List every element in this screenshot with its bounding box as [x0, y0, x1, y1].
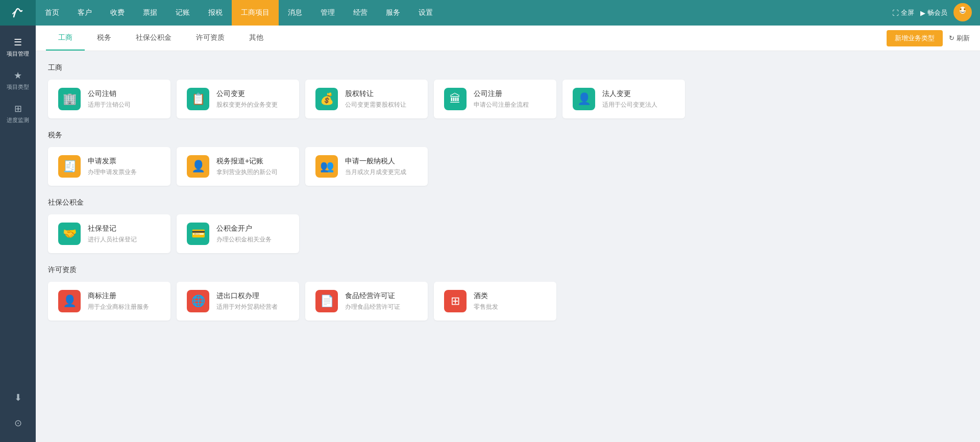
nav-right: ⛶ 全屏 ▶ 畅会员: [892, 3, 980, 23]
refresh-button[interactable]: ↻ 刷新: [949, 34, 970, 43]
card-icon-商标注册: 👤: [58, 290, 81, 312]
sidebar-bottom: ⬇ ⊙: [0, 387, 36, 442]
sidebar-label-0: 项目管理: [7, 50, 29, 58]
card-grid-工商: 🏢公司注销适用于注销公司📋公司变更股权变更外的业务变更💰股权转让公司变更需要股权…: [48, 80, 968, 118]
card-title-公司注册: 公司注册: [474, 89, 529, 99]
add-business-type-button[interactable]: 新增业务类型: [887, 30, 943, 46]
card-desc-进出口权办理: 适用于对外贸易经营者: [216, 303, 278, 311]
card-icon-税务报道+记账: 👤: [187, 155, 209, 178]
card-icon-法人变更: 👤: [573, 88, 595, 110]
card-税务报道+记账[interactable]: 👤税务报道+记账拿到营业执照的新公司: [177, 147, 299, 186]
card-社保登记[interactable]: 🤝社保登记进行人员社保登记: [48, 214, 170, 253]
card-icon-食品经营许可证: 📄: [315, 290, 338, 312]
card-text-申请一般纳税人: 申请一般纳税人当月或次月成变更完成: [345, 157, 406, 177]
refresh-icon: ↻: [949, 34, 954, 42]
card-text-商标注册: 商标注册用于企业商标注册服务: [88, 291, 149, 311]
card-text-公积金开户: 公积金开户办理公积金相关业务: [216, 224, 272, 244]
card-desc-社保登记: 进行人员社保登记: [88, 235, 137, 244]
card-进出口权办理[interactable]: 🌐进出口权办理适用于对外贸易经营者: [177, 282, 299, 321]
top-nav: 首页客户收费票据记账报税工商项目消息管理经营服务设置 ⛶ 全屏 ▶ 畅会员: [0, 0, 980, 26]
fullscreen-button[interactable]: ⛶ 全屏: [892, 8, 914, 17]
nav-item-票据[interactable]: 票据: [134, 0, 166, 26]
section-title-工商: 工商: [48, 63, 968, 72]
card-title-进出口权办理: 进出口权办理: [216, 291, 278, 301]
tabs: 工商税务社保公积金许可资质其他: [46, 26, 276, 51]
card-公积金开户[interactable]: 💳公积金开户办理公积金相关业务: [177, 214, 299, 253]
card-desc-公积金开户: 办理公积金相关业务: [216, 235, 272, 244]
card-title-申请发票: 申请发票: [88, 157, 137, 166]
card-text-税务报道+记账: 税务报道+记账拿到营业执照的新公司: [216, 157, 278, 177]
card-公司注销[interactable]: 🏢公司注销适用于注销公司: [48, 80, 170, 118]
section-工商: 工商🏢公司注销适用于注销公司📋公司变更股权变更外的业务变更💰股权转让公司变更需要…: [48, 63, 968, 118]
card-grid-许可资质: 👤商标注册用于企业商标注册服务🌐进出口权办理适用于对外贸易经营者📄食品经营许可证…: [48, 282, 968, 321]
tab-社保公积金[interactable]: 社保公积金: [124, 26, 184, 51]
card-text-股权转让: 股权转让公司变更需要股权转让: [345, 89, 406, 109]
logo-area: [0, 0, 36, 26]
card-公司注册[interactable]: 🏛公司注册申请公司注册全流程: [434, 80, 556, 118]
nav-item-经营[interactable]: 经营: [344, 0, 377, 26]
card-text-食品经营许可证: 食品经营许可证办理食品经营许可证: [345, 291, 400, 311]
sidebar: ☰项目管理★项目类型⊞进度监测 ⬇ ⊙: [0, 26, 36, 442]
tab-工商[interactable]: 工商: [46, 26, 85, 51]
card-酒类[interactable]: ⊞酒类零售批发: [434, 282, 556, 321]
card-商标注册[interactable]: 👤商标注册用于企业商标注册服务: [48, 282, 170, 321]
fullscreen-label: 全屏: [901, 8, 914, 17]
svg-point-4: [960, 9, 961, 10]
tab-actions: 新增业务类型 ↻ 刷新: [887, 30, 970, 46]
card-desc-税务报道+记账: 拿到营业执照的新公司: [216, 168, 278, 177]
content-area: 工商税务社保公积金许可资质其他 新增业务类型 ↻ 刷新 工商🏢公司注销适用于注销…: [36, 26, 980, 442]
card-icon-公司注册: 🏛: [444, 88, 467, 110]
card-食品经营许可证[interactable]: 📄食品经营许可证办理食品经营许可证: [305, 282, 428, 321]
support-icon[interactable]: ⊙: [0, 412, 36, 434]
card-desc-商标注册: 用于企业商标注册服务: [88, 303, 149, 311]
card-icon-公司注销: 🏢: [58, 88, 81, 110]
card-icon-申请发票: 🧾: [58, 155, 81, 178]
card-title-法人变更: 法人变更: [602, 89, 657, 99]
nav-item-消息[interactable]: 消息: [279, 0, 311, 26]
nav-item-客户[interactable]: 客户: [68, 0, 101, 26]
card-title-社保登记: 社保登记: [88, 224, 137, 233]
card-申请一般纳税人[interactable]: 👥申请一般纳税人当月或次月成变更完成: [305, 147, 428, 186]
card-icon-申请一般纳税人: 👥: [315, 155, 338, 178]
card-text-申请发票: 申请发票办理申请发票业务: [88, 157, 137, 177]
nav-item-服务[interactable]: 服务: [377, 0, 409, 26]
nav-item-首页[interactable]: 首页: [36, 0, 68, 26]
card-申请发票[interactable]: 🧾申请发票办理申请发票业务: [48, 147, 170, 186]
card-法人变更[interactable]: 👤法人变更适用于公司变更法人: [562, 80, 685, 118]
card-text-社保登记: 社保登记进行人员社保登记: [88, 224, 137, 244]
tab-其他[interactable]: 其他: [237, 26, 276, 51]
sidebar-item-项目管理[interactable]: ☰项目管理: [0, 31, 36, 64]
card-公司变更[interactable]: 📋公司变更股权变更外的业务变更: [177, 80, 299, 118]
nav-item-设置[interactable]: 设置: [409, 0, 442, 26]
download-icon[interactable]: ⬇: [0, 387, 36, 408]
logo-icon: [10, 5, 26, 21]
nav-item-记账[interactable]: 记账: [166, 0, 199, 26]
card-title-申请一般纳税人: 申请一般纳税人: [345, 157, 406, 166]
nav-item-管理[interactable]: 管理: [311, 0, 344, 26]
sidebar-label-1: 项目类型: [7, 83, 29, 91]
card-icon-社保登记: 🤝: [58, 223, 81, 245]
sidebar-label-2: 进度监测: [7, 116, 29, 124]
card-title-公司变更: 公司变更: [216, 89, 278, 99]
card-title-商标注册: 商标注册: [88, 291, 149, 301]
tab-许可资质[interactable]: 许可资质: [184, 26, 237, 51]
card-title-股权转让: 股权转让: [345, 89, 406, 99]
card-icon-公司变更: 📋: [187, 88, 209, 110]
card-desc-酒类: 零售批发: [474, 303, 498, 311]
nav-item-工商项目[interactable]: 工商项目: [232, 0, 279, 26]
avatar: [953, 3, 972, 23]
sidebar-item-项目类型[interactable]: ★项目类型: [0, 64, 36, 97]
card-icon-酒类: ⊞: [444, 290, 467, 312]
nav-items: 首页客户收费票据记账报税工商项目消息管理经营服务设置: [36, 0, 892, 26]
card-text-法人变更: 法人变更适用于公司变更法人: [602, 89, 657, 109]
nav-item-收费[interactable]: 收费: [101, 0, 134, 26]
sidebar-item-进度监测[interactable]: ⊞进度监测: [0, 97, 36, 130]
card-text-公司注销: 公司注销适用于注销公司: [88, 89, 131, 109]
card-icon-进出口权办理: 🌐: [187, 290, 209, 312]
card-股权转让[interactable]: 💰股权转让公司变更需要股权转让: [305, 80, 428, 118]
tab-税务[interactable]: 税务: [85, 26, 124, 51]
nav-item-报税[interactable]: 报税: [199, 0, 232, 26]
scroll-content: 工商🏢公司注销适用于注销公司📋公司变更股权变更外的业务变更💰股权转让公司变更需要…: [36, 51, 980, 442]
member-button[interactable]: ▶ 畅会员: [920, 8, 947, 17]
main-layout: ☰项目管理★项目类型⊞进度监测 ⬇ ⊙ 工商税务社保公积金许可资质其他 新增业务…: [0, 26, 980, 442]
